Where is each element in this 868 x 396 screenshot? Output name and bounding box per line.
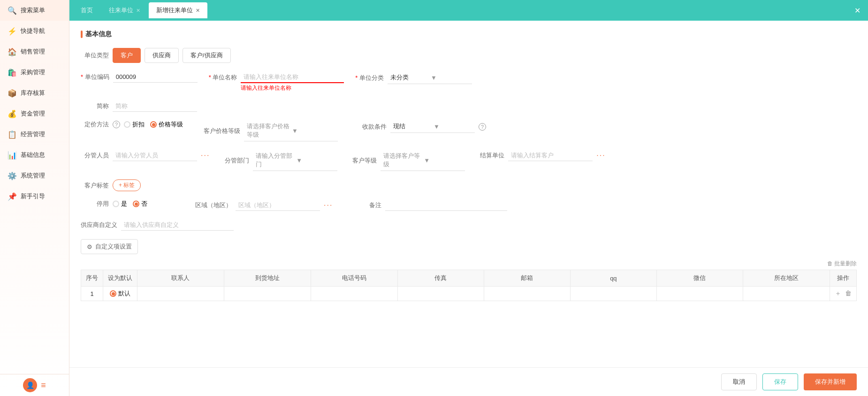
cell-fax: [397, 287, 484, 301]
save-add-button[interactable]: 保存并新增: [804, 373, 857, 390]
pricing-level[interactable]: 价格等级: [150, 120, 183, 129]
qq-input[interactable]: [575, 290, 652, 297]
pricing-help-icon[interactable]: ?: [113, 121, 120, 128]
code-name-category-row: 单位编码 单位名称 请输入往来单位名称 单位分类 未分类 ▼: [81, 71, 857, 92]
disable-radio-group: 是 否: [113, 200, 147, 208]
email-input[interactable]: [489, 290, 565, 297]
disable-yes-radio[interactable]: [113, 201, 119, 207]
col-phone: 电话号码: [311, 270, 397, 287]
manager-row: 分管人员 ··· 分管部门 请输入分管部门 ▼ 客户等级 请选择客户等级 ▼ 结…: [81, 150, 857, 171]
pricing-discount[interactable]: 折扣: [124, 120, 145, 129]
disable-no-label: 否: [141, 200, 147, 208]
row-default-radio[interactable]: 默认: [108, 289, 132, 298]
payment-terms-arrow: ▼: [434, 123, 472, 130]
level-radio[interactable]: [150, 121, 157, 128]
settlement-more[interactable]: ···: [596, 151, 605, 160]
type-btn-supplier[interactable]: 供应商: [145, 48, 179, 63]
region-input[interactable]: [236, 200, 320, 211]
operations-icon: 📋: [8, 130, 17, 139]
cell-wechat: [656, 287, 743, 301]
col-address: 到货地址: [224, 270, 311, 287]
add-row-icon[interactable]: ＋: [835, 289, 841, 298]
disable-no[interactable]: 否: [133, 200, 147, 208]
sidebar-bottom: 👤 ≡: [0, 374, 69, 396]
type-btn-both[interactable]: 客户/供应商: [183, 48, 231, 63]
add-tag-button[interactable]: + 标签: [113, 179, 141, 191]
form-content: 基本信息 单位类型 客户 供应商 客户/供应商 单位编码 单位名称: [69, 21, 868, 367]
settlement-label: 结算单位: [476, 151, 504, 160]
customer-price-label: 客户价格等级: [204, 127, 240, 135]
region-more[interactable]: ···: [324, 201, 333, 210]
col-action: 操作: [830, 270, 856, 287]
delete-row-icon[interactable]: 🗑: [845, 289, 852, 298]
supplier-custom-row: 供应商自定义: [81, 219, 857, 231]
unit-name-error: 请输入往来单位名称: [241, 84, 344, 92]
cell-phone: [311, 287, 397, 301]
row-actions: ＋ 🗑: [835, 289, 852, 298]
close-add-partner-tab[interactable]: ✕: [196, 8, 200, 14]
unit-category-select[interactable]: 未分类 ▼: [388, 71, 472, 84]
type-btn-customer[interactable]: 客户: [113, 48, 141, 63]
save-button[interactable]: 保存: [762, 373, 798, 390]
unit-code-input[interactable]: [113, 71, 198, 83]
payment-terms-help[interactable]: ?: [479, 123, 486, 131]
discount-radio[interactable]: [124, 121, 130, 128]
sidebar-item-basic-info[interactable]: 📊 基础信息: [0, 145, 69, 165]
dept-label: 分管部门: [221, 156, 249, 165]
contact-input[interactable]: [142, 290, 219, 297]
sidebar-item-search[interactable]: 🔍 搜索菜单: [0, 0, 69, 21]
customer-level-label: 客户等级: [349, 156, 377, 165]
alias-field: 简称: [81, 101, 197, 112]
row-region-input[interactable]: [748, 290, 825, 297]
unit-name-input[interactable]: [241, 71, 344, 83]
customer-level-select[interactable]: 请选择客户等级 ▼: [381, 150, 465, 171]
manager-input[interactable]: [113, 150, 197, 161]
alias-input[interactable]: [113, 101, 197, 112]
guide-icon: 📌: [8, 192, 17, 201]
note-input[interactable]: [385, 200, 507, 211]
disable-no-radio[interactable]: [133, 201, 139, 207]
sidebar-item-sales[interactable]: 🏠 销售管理: [0, 41, 69, 62]
sidebar-item-finance[interactable]: 💰 资金管理: [0, 103, 69, 124]
customer-level-placeholder: 请选择客户等级: [383, 152, 422, 169]
close-partner-list-tab[interactable]: ✕: [136, 8, 140, 14]
close-all-tabs[interactable]: ✕: [851, 4, 864, 17]
sidebar-item-operations[interactable]: 📋 经营管理: [0, 124, 69, 145]
unit-category-label: 单位分类: [355, 74, 384, 82]
cell-region: [743, 287, 830, 301]
tags-label: 客户标签: [81, 181, 109, 190]
customer-level-arrow: ▼: [424, 157, 462, 164]
disable-label: 停用: [81, 200, 109, 208]
payment-terms-select[interactable]: 现结 ▼: [390, 120, 475, 133]
default-radio-circle[interactable]: [110, 290, 116, 297]
dept-select[interactable]: 请输入分管部门 ▼: [253, 150, 337, 171]
tab-partner-list[interactable]: 往来单位 ✕: [101, 2, 148, 18]
unit-type-row: 单位类型 客户 供应商 客户/供应商: [81, 48, 857, 63]
sidebar-expand[interactable]: ≡: [41, 380, 46, 390]
level-label: 价格等级: [159, 120, 183, 129]
sidebar-item-inventory[interactable]: 📦 库存核算: [0, 83, 69, 103]
address-input[interactable]: [229, 290, 306, 297]
sidebar-item-guide[interactable]: 📌 新手引导: [0, 186, 69, 207]
tab-add-partner[interactable]: 新增往来单位 ✕: [149, 2, 207, 18]
sidebar-item-quick-nav[interactable]: ⚡ 快捷导航: [0, 21, 69, 41]
cancel-button[interactable]: 取消: [721, 373, 757, 390]
quick-nav-icon: ⚡: [8, 26, 17, 36]
sidebar-item-system[interactable]: ⚙️ 系统管理: [0, 165, 69, 186]
wechat-input[interactable]: [662, 290, 738, 297]
manager-more[interactable]: ···: [201, 151, 210, 160]
customer-price-select[interactable]: 请选择客户价格等级 ▼: [244, 120, 338, 141]
disable-yes-label: 是: [121, 200, 127, 208]
settlement-input[interactable]: [508, 150, 593, 161]
sidebar-item-purchase[interactable]: 🛍️ 采购管理: [0, 62, 69, 83]
supplier-custom-input[interactable]: [121, 219, 234, 231]
tab-home[interactable]: 首页: [73, 2, 100, 18]
batch-delete-btn[interactable]: 🗑 批量删除: [81, 260, 857, 268]
fax-input[interactable]: [403, 290, 479, 297]
cell-default: 默认: [103, 287, 137, 301]
user-avatar[interactable]: 👤: [23, 378, 37, 392]
disable-yes[interactable]: 是: [113, 200, 127, 208]
phone-input[interactable]: [316, 290, 393, 297]
tags-field: 客户标签 + 标签: [81, 179, 175, 191]
custom-settings-button[interactable]: ⚙ 自定义项设置: [81, 239, 138, 254]
